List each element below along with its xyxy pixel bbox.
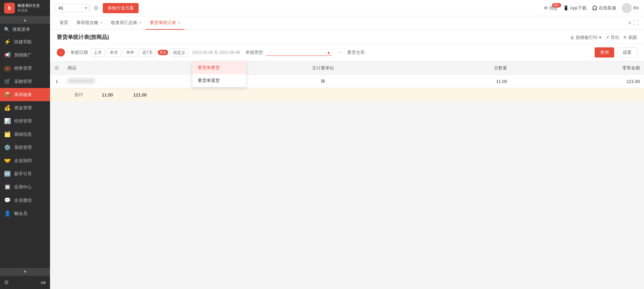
sidebar-item-label: 新手引导 [14, 171, 32, 177]
company-select[interactable]: 41 [55, 4, 89, 12]
sidebar-item-label: 应用中心 [14, 184, 32, 190]
warehouse-filter-label: 要货仓库 [347, 49, 365, 55]
refresh-icon: ↻ [623, 35, 627, 40]
dropdown-item-requisition-return[interactable]: 要货单退货 [192, 74, 246, 87]
sidebar-scroll-down[interactable]: ▼ [0, 268, 50, 275]
collapse-icon[interactable]: ⏮ [41, 280, 46, 286]
type-filter-input[interactable] [266, 49, 332, 56]
type-filter-arrow[interactable]: ▲ [327, 50, 331, 55]
sidebar-item-guide[interactable]: 🆕 新手引导 [0, 167, 50, 180]
member-icon: 👤 [4, 210, 11, 217]
date-btn-this-year[interactable]: 本年 [123, 48, 137, 57]
date-btn-last-month[interactable]: 上月 [91, 48, 105, 57]
sidebar-item-app-center[interactable]: 🔲 应用中心 [0, 180, 50, 194]
sidebar-item-label: 营销推广 [14, 52, 32, 58]
sidebar-item-inventory[interactable]: 📦 库存核算 [0, 88, 50, 101]
topbar-left: 41 ⚙ 体验行业方案 [55, 3, 139, 13]
sidebar-item-purchase[interactable]: 🛒 采购管理 [0, 75, 50, 88]
system-icon: ⚙️ [4, 144, 11, 151]
sidebar-item-label: 经营管理 [14, 118, 32, 124]
table-footer: 合计 11.00 121.00 [50, 88, 644, 101]
filter-more-dots[interactable]: ··· [337, 49, 342, 55]
footer-qty: 11.00 [83, 92, 117, 97]
type-dropdown: 要货单要货 要货单退货 [192, 61, 246, 87]
warehouse-filter-group: 要货仓库 [347, 49, 365, 55]
messages-item[interactable]: ✉ 消息 99+ [544, 5, 558, 11]
refresh-label: 刷新 [628, 35, 637, 41]
online-service-item[interactable]: 🎧 在线客服 [592, 5, 616, 11]
wechat-icon: 💬 [4, 197, 11, 203]
app-download-item[interactable]: 📱 App下载 [563, 5, 587, 11]
export-label: 导出 [611, 35, 619, 41]
export-icon: ↗ [605, 35, 609, 40]
finance-icon: 💰 [4, 105, 11, 111]
tab-inventory-batch[interactable]: 库存批次账 × [72, 16, 107, 30]
search-icon: 🔍 [4, 27, 10, 32]
date-more-badge[interactable]: 更多 [158, 50, 168, 55]
online-service-icon: 🎧 [592, 5, 597, 10]
print-label: 按模板打印 [576, 35, 598, 41]
footer-sale-amount: 121.00 [117, 92, 151, 97]
sidebar-logo: b 畅捷通好生意 标准版 [0, 0, 50, 16]
sidebar-scroll-up[interactable]: ▲ [0, 16, 50, 24]
table-wrap: ⚙ 商品 主计量单位 主数量 零售金额 1 块 [50, 61, 644, 88]
sidebar-item-member[interactable]: 👤 畅会员 [0, 207, 50, 220]
tab-receive-summary-close[interactable]: × [139, 20, 142, 25]
tab-receive-summary[interactable]: 收发存汇总表 × [107, 16, 146, 30]
refresh-btn[interactable]: ↻ 刷新 [623, 35, 637, 41]
filter-bar: › 单据日期 上月 本月 本年 近7天 更多 自定义 2023-05-06 至 … [50, 44, 644, 61]
tab-home[interactable]: 首页 [55, 16, 72, 30]
date-btn-custom[interactable]: 自定义 [170, 48, 188, 57]
cell-sale-amount: 121.00 [511, 75, 644, 88]
footer-label: 合计 [74, 92, 83, 98]
topbar-settings-icon[interactable]: ⚙ [93, 4, 99, 12]
sidebar-item-sales[interactable]: 💼 销售管理 [0, 62, 50, 75]
print-icon: 🖨 [570, 35, 574, 40]
type-select-wrap: ▲ [266, 49, 332, 56]
print-btn[interactable]: 🖨 按模板打印 ▾ [570, 35, 601, 41]
sidebar-item-label: 资金管理 [14, 105, 32, 111]
sidebar-item-system[interactable]: ⚙️ 系统管理 [0, 141, 50, 154]
tabs-close-all-icon[interactable]: ✕ [627, 20, 632, 26]
sidebar-item-wechat[interactable]: 💬 企业微信 [0, 194, 50, 207]
tab-inventory-batch-close[interactable]: × [100, 20, 103, 25]
purchase-icon: 🛒 [4, 78, 11, 85]
cell-no: 1 [50, 75, 64, 88]
type-filter-label: 单据类型 [245, 49, 263, 55]
quick-nav-icon: ⚡ [4, 39, 11, 45]
sidebar-search[interactable]: 🔍 搜索菜单 [0, 24, 50, 35]
data-table: ⚙ 商品 主计量单位 主数量 零售金额 1 块 [50, 61, 644, 88]
sidebar-item-marketing[interactable]: 📢 营销推广 [0, 48, 50, 62]
tabs-expand-icon[interactable]: ⛶ [633, 20, 639, 26]
filter-expand-btn[interactable]: › [57, 48, 65, 57]
cell-unit: 块 [245, 75, 401, 88]
tab-requisition-stats[interactable]: 要货单统计表 × [146, 16, 185, 30]
export-btn[interactable]: ↗ 导出 [605, 35, 619, 41]
sidebar-item-label: 企业协同 [14, 158, 32, 164]
table-settings-icon[interactable]: ⚙ [54, 65, 59, 71]
avatar-item[interactable]: Rit [622, 3, 639, 13]
date-btn-this-month[interactable]: 本月 [107, 48, 121, 57]
query-button[interactable]: 查询 [595, 47, 614, 58]
sidebar-item-label: 采购管理 [14, 79, 32, 85]
trial-button[interactable]: 体验行业方案 [103, 3, 139, 13]
sidebar-item-enterprise[interactable]: 🤝 企业协同 [0, 154, 50, 167]
online-service-label: 在线客服 [599, 5, 616, 11]
guide-icon: 🆕 [4, 171, 11, 177]
topbar-right: ✉ 消息 99+ 📱 App下载 🎧 在线客服 Rit [544, 3, 639, 13]
enterprise-icon: 🤝 [4, 157, 11, 164]
sidebar-item-quick-nav[interactable]: ⚡ 快捷导航 [0, 35, 50, 48]
table-body: 1 块 11.00 121.00 [50, 75, 644, 88]
col-unit: 主计量单位 [245, 61, 401, 75]
dropdown-item-requisition-order[interactable]: 要货单要货 [192, 61, 246, 74]
sidebar-item-finance[interactable]: 💰 资金管理 [0, 101, 50, 114]
settings-icon[interactable]: ⚙ [4, 279, 9, 286]
tab-home-label: 首页 [59, 20, 68, 26]
sidebar-item-basic-info[interactable]: 🗂️ 基础信息 [0, 128, 50, 141]
sidebar: b 畅捷通好生意 标准版 ▲ 🔍 搜索菜单 ⚡ 快捷导航 📢 营销推广 💼 销售… [0, 0, 50, 289]
sidebar-item-operations[interactable]: 📊 经营管理 [0, 114, 50, 128]
tab-requisition-stats-close[interactable]: × [178, 20, 181, 25]
date-btn-last-7-days[interactable]: 近7天 [139, 48, 156, 57]
filter-settings-button[interactable]: 设置 [617, 47, 637, 58]
company-select-wrap: 41 [55, 4, 89, 12]
